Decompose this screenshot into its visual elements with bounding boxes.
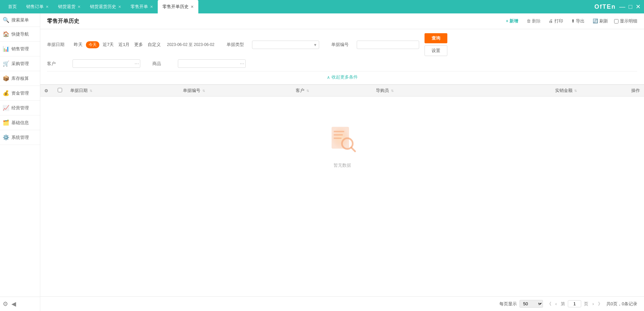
- page-title: 零售开单历史: [47, 18, 79, 25]
- svg-rect-1: [334, 131, 344, 132]
- sidebar-bottom: ⚙ ◀: [0, 297, 40, 311]
- tab-return-label: 销货退货: [58, 4, 76, 10]
- goods-dots[interactable]: ···: [240, 61, 244, 67]
- collapse-button[interactable]: ∧ 收起更多条件: [47, 71, 637, 80]
- sidebar-item-purchase[interactable]: 🛒 采购管理: [0, 56, 40, 71]
- sidebar-item-operations[interactable]: 📈 经营管理: [0, 101, 40, 115]
- search-icon: 🔍: [3, 17, 9, 23]
- order-no-label: 单据编号: [331, 42, 351, 48]
- tab-retail-history-close[interactable]: ✕: [191, 5, 194, 9]
- filter-row-2: 客户 ··· 商品 ···: [47, 59, 637, 68]
- brand-label: OfTEn: [594, 3, 616, 10]
- win-min-btn[interactable]: —: [619, 3, 625, 10]
- win-close-btn[interactable]: ✕: [636, 3, 641, 10]
- home-icon: 🏠: [3, 31, 9, 37]
- first-page-btn[interactable]: 《: [546, 300, 553, 308]
- th-customer[interactable]: 客户 ⇅: [292, 85, 372, 97]
- svg-line-5: [351, 148, 355, 151]
- prev-page-btn[interactable]: ‹: [554, 301, 558, 307]
- delete-button[interactable]: 🗑 删除: [525, 17, 543, 25]
- tab-sales-order-label: 销售订单: [26, 4, 44, 10]
- tab-retail-open-close[interactable]: ✕: [150, 5, 153, 9]
- date-btn-custom[interactable]: 自定义: [146, 41, 162, 48]
- add-button[interactable]: + 新增: [504, 17, 520, 25]
- th-salesperson[interactable]: 导购员 ⇅: [372, 85, 468, 97]
- per-page-label: 每页显示: [499, 301, 517, 307]
- goods-input[interactable]: [178, 59, 246, 68]
- empty-text: 暂无数据: [334, 162, 351, 168]
- sidebar-item-sales[interactable]: 📊 销售管理: [0, 42, 40, 56]
- select-all-checkbox[interactable]: [58, 88, 62, 92]
- data-table: ⚙ 单据日期 ⇅ 单据编号 ⇅ 客户: [40, 85, 644, 97]
- page-label: 第: [559, 300, 566, 308]
- filter-row-1: 单据日期 昨天 今天 近7天 近1月 更多 自定义 2023-06-02 至 2…: [47, 33, 637, 56]
- page-nav: 《 ‹ 第 页 › 》: [546, 300, 604, 308]
- empty-icon: [326, 123, 359, 157]
- tab-retail-history-label: 零售开单历史: [162, 4, 189, 10]
- sidebar-item-sales-label: 销售管理: [11, 46, 29, 52]
- date-btn-today[interactable]: 今天: [86, 41, 99, 48]
- date-btn-1month[interactable]: 近1月: [117, 41, 131, 48]
- date-btn-yesterday[interactable]: 昨天: [72, 41, 84, 48]
- th-checkbox: [54, 85, 66, 97]
- sidebar-item-quick-nav[interactable]: 🏠 快捷导航: [0, 27, 40, 42]
- basic-info-icon: 🗂️: [3, 119, 9, 126]
- order-no-input[interactable]: [357, 41, 419, 49]
- export-button[interactable]: ⬆ 导出: [569, 17, 587, 25]
- last-page-btn[interactable]: 》: [597, 300, 604, 308]
- inventory-icon: 📦: [3, 75, 9, 82]
- th-date[interactable]: 单据日期 ⇅: [66, 85, 179, 97]
- show-detail-checkbox[interactable]: [614, 19, 618, 23]
- type-select[interactable]: [252, 41, 319, 49]
- per-page-select[interactable]: 10 20 50 100: [519, 300, 543, 308]
- sidebar-item-finance[interactable]: 💰 资金管理: [0, 86, 40, 101]
- date-btn-7days[interactable]: 近7天: [101, 41, 115, 48]
- sidebar-item-operations-label: 经营管理: [11, 105, 29, 111]
- sales-icon: 📊: [3, 46, 9, 52]
- tab-home[interactable]: 首页: [3, 0, 21, 13]
- sidebar-settings-btn[interactable]: ⚙: [3, 300, 8, 308]
- operations-icon: 📈: [3, 105, 9, 111]
- sidebar-item-system-label: 系统管理: [11, 135, 29, 141]
- show-detail-checkbox-wrap: 显示明细: [614, 18, 637, 24]
- th-operation: 操作: [581, 85, 644, 97]
- tab-return-history-close[interactable]: ✕: [118, 5, 121, 9]
- th-amount-label: 实销金额: [555, 88, 573, 93]
- top-bar: 首页 销售订单 ✕ 销货退货 ✕ 销货退货历史 ✕ 零售开单 ✕ 零售开单历史 …: [0, 0, 644, 13]
- type-select-wrap: [252, 41, 319, 49]
- tab-retail-open[interactable]: 零售开单 ✕: [126, 0, 158, 13]
- page-input[interactable]: [568, 300, 581, 307]
- th-settings[interactable]: ⚙: [40, 85, 54, 97]
- customer-input[interactable]: [72, 59, 140, 68]
- th-order-no[interactable]: 单据编号 ⇅: [179, 85, 292, 97]
- sidebar-collapse-btn[interactable]: ◀: [11, 300, 16, 308]
- tab-return-close[interactable]: ✕: [78, 5, 81, 9]
- refresh-button[interactable]: 🔄 刷新: [591, 17, 610, 25]
- tab-return[interactable]: 销货退货 ✕: [53, 0, 85, 13]
- sidebar-item-basic-info[interactable]: 🗂️ 基础信息: [0, 115, 40, 130]
- tab-sales-order[interactable]: 销售订单 ✕: [21, 0, 53, 13]
- sidebar-search[interactable]: 🔍 搜索菜单: [0, 13, 40, 27]
- date-btn-more[interactable]: 更多: [133, 41, 144, 48]
- tab-sales-order-close[interactable]: ✕: [46, 5, 49, 9]
- next-page-btn[interactable]: ›: [591, 301, 595, 307]
- sidebar-item-inventory[interactable]: 📦 库存核算: [0, 71, 40, 86]
- set-button[interactable]: 设置: [425, 45, 447, 56]
- th-salesperson-label: 导购员: [376, 88, 389, 93]
- action-buttons: 查询 设置: [425, 33, 447, 56]
- tab-return-history[interactable]: 销货退货历史 ✕: [85, 0, 126, 13]
- tab-home-label: 首页: [8, 4, 17, 10]
- print-button[interactable]: 🖨 打印: [547, 17, 565, 25]
- type-label: 单据类型: [227, 42, 247, 48]
- tab-retail-history[interactable]: 零售开单历史 ✕: [158, 0, 198, 13]
- table-area: ⚙ 单据日期 ⇅ 单据编号 ⇅ 客户: [40, 85, 644, 296]
- customer-dots[interactable]: ···: [135, 61, 139, 67]
- tab-retail-open-label: 零售开单: [131, 4, 148, 10]
- sidebar-item-system[interactable]: ⚙️ 系统管理: [0, 130, 40, 145]
- sidebar-item-purchase-label: 采购管理: [11, 61, 29, 67]
- win-max-btn[interactable]: □: [629, 3, 632, 10]
- system-icon: ⚙️: [3, 134, 9, 141]
- query-button[interactable]: 查询: [425, 33, 447, 43]
- sidebar-item-basic-info-label: 基础信息: [11, 120, 29, 126]
- th-amount[interactable]: 实销金额 ⇅: [468, 85, 581, 97]
